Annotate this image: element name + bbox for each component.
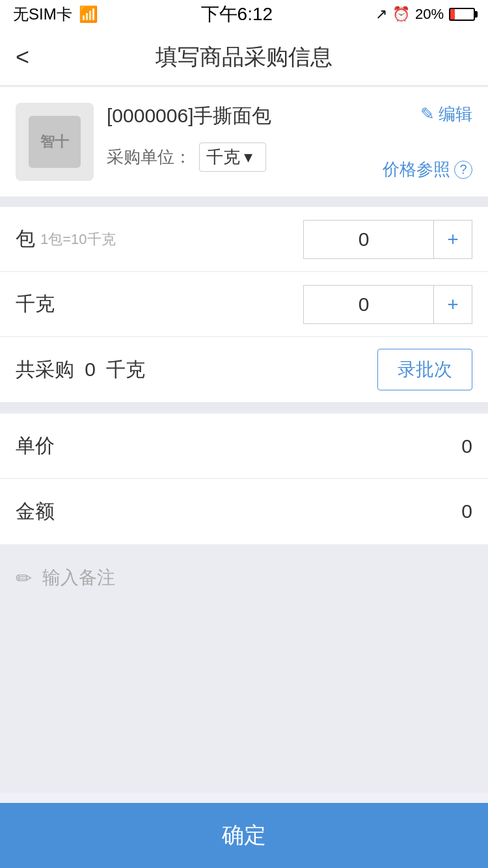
kg-input-row: 千克 + — [0, 272, 488, 337]
note-placeholder: 输入备注 — [42, 565, 115, 590]
battery-icon — [449, 8, 475, 21]
kg-input-ctrl: + — [303, 285, 472, 324]
unit-price-value: 0 — [461, 435, 472, 457]
wifi-icon: 📶 — [79, 5, 98, 23]
total-value: 0 — [85, 359, 96, 380]
page-title: 填写商品采购信息 — [156, 42, 332, 72]
pricing-section: 单价 0 金额 0 — [0, 414, 488, 544]
total-row: 共采购 0 千克 录批次 — [0, 337, 488, 402]
status-left: 无SIM卡 📶 — [13, 4, 98, 25]
content-spacer — [0, 610, 488, 793]
total-unit: 千克 — [106, 359, 145, 380]
status-bar: 无SIM卡 📶 下午6:12 ↗ ⏰ 20% — [0, 0, 488, 29]
bag-input-row: 包 1包=10千克 + — [0, 207, 488, 272]
amount-row: 金额 0 — [0, 479, 488, 544]
input-section: 包 1包=10千克 + 千克 + — [0, 207, 488, 337]
amount-label: 金额 — [16, 498, 55, 525]
product-thumbnail: 智十 — [16, 103, 94, 181]
status-right: ↗ ⏰ 20% — [375, 6, 475, 23]
section-divider-1 — [0, 197, 488, 207]
unit-price-label: 单价 — [16, 433, 55, 459]
price-ref-label: 价格参照 — [383, 158, 450, 181]
total-prefix: 共采购 — [16, 359, 74, 380]
product-thumb-label: 智十 — [29, 116, 81, 168]
bag-label-text: 包 — [16, 226, 35, 252]
carrier-label: 无SIM卡 — [13, 4, 72, 25]
section-divider-2 — [0, 402, 488, 413]
kg-label: 千克 — [16, 291, 303, 318]
total-label: 共采购 0 千克 — [16, 357, 145, 383]
alarm-icon: ⏰ — [392, 6, 410, 23]
pencil-icon: ✏ — [16, 567, 32, 590]
price-reference-button[interactable]: 价格参照 ? — [383, 158, 472, 181]
unit-price-row: 单价 0 — [0, 414, 488, 479]
kg-plus-button[interactable]: + — [433, 285, 472, 324]
edit-icon: ✎ — [420, 104, 435, 124]
status-time: 下午6:12 — [201, 2, 273, 27]
battery-fill — [450, 9, 455, 20]
confirm-button[interactable]: 确定 — [0, 803, 488, 868]
location-icon: ↗ — [375, 6, 387, 23]
unit-value: 千克 — [206, 146, 240, 169]
bag-sublabel: 1包=10千克 — [40, 230, 116, 249]
battery-percent: 20% — [415, 6, 444, 23]
bag-label: 包 1包=10千克 — [16, 226, 303, 252]
chevron-down-icon: ▾ — [244, 147, 252, 167]
kg-label-text: 千克 — [16, 291, 55, 318]
amount-value: 0 — [461, 500, 472, 522]
unit-dropdown[interactable]: 千克 ▾ — [199, 142, 266, 172]
record-batch-button[interactable]: 录批次 — [377, 349, 472, 390]
info-icon: ? — [454, 161, 472, 179]
nav-bar: < 填写商品采购信息 — [0, 29, 488, 86]
bag-input-ctrl: + — [303, 220, 472, 259]
product-name: [0000006]手撕面包 — [107, 103, 472, 129]
kg-quantity-input[interactable] — [303, 285, 433, 324]
edit-label: 编辑 — [439, 103, 472, 126]
bag-quantity-input[interactable] — [303, 220, 433, 259]
back-button[interactable]: < — [16, 44, 29, 71]
back-icon: < — [16, 44, 29, 70]
edit-button[interactable]: ✎ 编辑 — [420, 103, 472, 126]
note-section[interactable]: ✏ 输入备注 — [0, 545, 488, 610]
unit-label: 采购单位： — [107, 146, 191, 169]
bag-plus-button[interactable]: + — [433, 220, 472, 259]
product-card: 智十 [0000006]手撕面包 采购单位： 千克 ▾ ✎ 编辑 价格参照 ? — [0, 87, 488, 197]
